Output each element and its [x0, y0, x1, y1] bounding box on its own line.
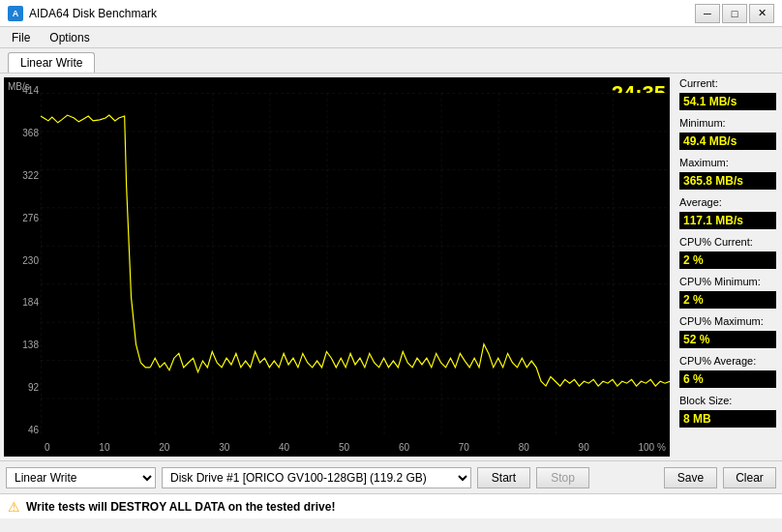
average-value: 117.1 MB/s — [679, 212, 776, 229]
minimum-value: 49.4 MB/s — [679, 133, 776, 150]
x-label-90: 90 — [579, 442, 589, 453]
cpu-maximum-label: CPU% Maximum: — [679, 315, 776, 327]
svg-rect-3 — [41, 93, 670, 436]
close-button[interactable]: ✕ — [749, 4, 774, 23]
x-label-0: 0 — [45, 442, 50, 453]
y-label-368: 368 — [6, 128, 39, 138]
y-label-276: 276 — [6, 213, 39, 223]
mbs-label: MB/s — [8, 81, 30, 92]
title-bar: A AIDA64 Disk Benchmark ─ □ ✕ — [0, 0, 782, 27]
y-axis: 414 368 322 276 230 184 138 92 46 — [4, 77, 41, 457]
x-label-70: 70 — [459, 442, 469, 453]
y-label-230: 230 — [6, 255, 39, 266]
x-label-80: 80 — [519, 442, 529, 453]
app-icon: A — [8, 6, 23, 21]
x-label-60: 60 — [399, 442, 409, 453]
menu-bar: File Options — [0, 27, 782, 48]
cpu-current-value: 2 % — [679, 251, 776, 269]
cpu-current-label: CPU% Current: — [679, 236, 776, 248]
x-axis: 0 10 20 30 40 50 60 70 80 90 100 % — [41, 437, 670, 457]
main-content: MB/s 24:35 414 368 322 276 230 184 138 9… — [0, 74, 782, 460]
minimize-button[interactable]: ─ — [695, 4, 720, 23]
warning-bar: ⚠ Write tests will DESTROY ALL DATA on t… — [0, 493, 782, 518]
maximize-button[interactable]: □ — [722, 4, 747, 23]
current-label: Current: — [679, 77, 776, 89]
maximum-value: 365.8 MB/s — [679, 172, 776, 190]
x-label-30: 30 — [219, 442, 229, 453]
x-label-40: 40 — [279, 442, 289, 453]
menu-file[interactable]: File — [4, 29, 38, 46]
save-button[interactable]: Save — [664, 467, 717, 488]
y-label-184: 184 — [6, 297, 39, 308]
y-label-46: 46 — [6, 425, 39, 435]
window-title: AIDA64 Disk Benchmark — [29, 7, 157, 20]
minimum-label: Minimum: — [679, 117, 776, 129]
cpu-maximum-value: 52 % — [679, 331, 776, 348]
block-size-value: 8 MB — [679, 410, 776, 428]
menu-options[interactable]: Options — [42, 29, 97, 46]
cpu-minimum-label: CPU% Minimum: — [679, 276, 776, 287]
stop-button[interactable]: Stop — [536, 467, 589, 488]
chart-container: MB/s 24:35 414 368 322 276 230 184 138 9… — [4, 77, 670, 457]
y-label-92: 92 — [6, 382, 39, 393]
x-label-10: 10 — [99, 442, 109, 453]
maximum-label: Maximum: — [679, 157, 776, 168]
start-button[interactable]: Start — [477, 467, 530, 488]
cpu-average-value: 6 % — [679, 370, 776, 388]
average-label: Average: — [679, 196, 776, 208]
current-value: 54.1 MB/s — [679, 93, 776, 110]
test-type-dropdown[interactable]: Linear Write Linear Read Random Write Ra… — [6, 467, 156, 488]
cpu-minimum-value: 2 % — [679, 291, 776, 309]
block-size-label: Block Size: — [679, 395, 776, 406]
tab-linear-write[interactable]: Linear Write — [8, 52, 95, 73]
tab-area: Linear Write — [0, 48, 782, 74]
warning-icon: ⚠ — [8, 499, 20, 515]
cpu-average-label: CPU% Average: — [679, 355, 776, 367]
y-label-322: 322 — [6, 170, 39, 181]
y-label-138: 138 — [6, 340, 39, 350]
x-label-20: 20 — [159, 442, 169, 453]
benchmark-chart — [41, 93, 670, 437]
warning-text: Write tests will DESTROY ALL DATA on the… — [26, 500, 335, 514]
bottom-controls: Linear Write Linear Read Random Write Ra… — [0, 460, 782, 493]
stats-panel: Current: 54.1 MB/s Minimum: 49.4 MB/s Ma… — [674, 74, 782, 460]
clear-button[interactable]: Clear — [723, 467, 776, 488]
x-label-50: 50 — [339, 442, 349, 453]
x-label-100: 100 % — [639, 442, 666, 453]
disk-dropdown[interactable]: Disk Drive #1 [ORICO GV100-128GB] (119.2… — [162, 467, 471, 488]
